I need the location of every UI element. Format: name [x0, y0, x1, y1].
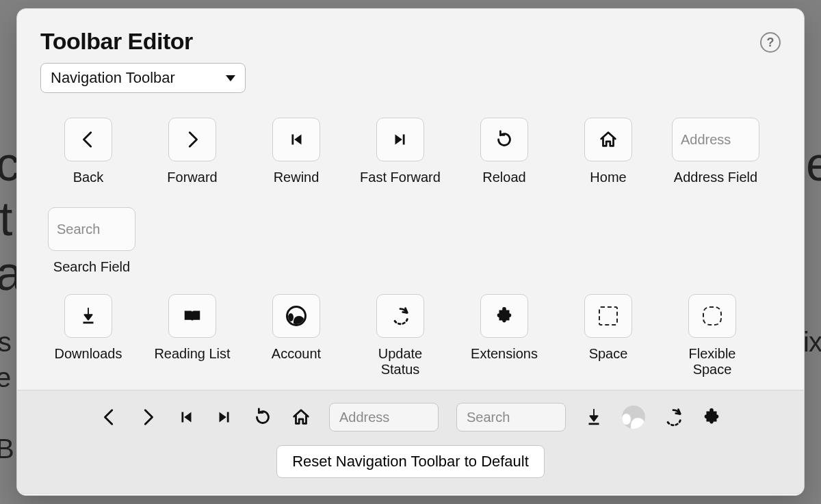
- address-field-placeholder: Address: [681, 132, 731, 148]
- preview-search-field[interactable]: Search: [456, 403, 566, 432]
- bg-letter: e: [0, 362, 10, 393]
- window-header: Toolbar Editor ?: [17, 9, 804, 57]
- search-placeholder: Search: [467, 410, 510, 425]
- palette-item-label: Back: [73, 170, 103, 185]
- toolbar-selector-row: Navigation Toolbar: [17, 57, 804, 105]
- toolbar-selector[interactable]: Navigation Toolbar: [40, 63, 246, 93]
- help-button[interactable]: ?: [760, 32, 781, 53]
- reset-toolbar-button[interactable]: Reset Navigation Toolbar to Default: [276, 445, 545, 478]
- address-placeholder: Address: [339, 410, 389, 425]
- svg-rect-11: [589, 423, 599, 425]
- svg-marker-8: [220, 412, 226, 423]
- bg-letter: 's: [0, 327, 11, 358]
- svg-marker-4: [84, 308, 92, 320]
- toolbar-preview-row: Address Search: [99, 403, 722, 432]
- item-palette: Back Forward Rewind Fast Forward: [17, 105, 804, 390]
- svg-rect-6: [181, 412, 183, 423]
- account-icon: [286, 306, 307, 326]
- page-title: Toolbar Editor: [40, 28, 193, 55]
- svg-rect-0: [291, 135, 294, 145]
- preview-forward[interactable]: [138, 407, 158, 427]
- palette-item-search-field[interactable]: Search Search Field: [47, 207, 136, 275]
- preview-address-field[interactable]: Address: [329, 403, 439, 432]
- downloads-icon: [584, 407, 604, 427]
- palette-item-label: Extensions: [471, 346, 538, 362]
- downloads-icon: [78, 306, 99, 326]
- palette-item-back[interactable]: Back: [47, 118, 129, 185]
- reading-list-icon: [182, 306, 203, 326]
- fast-forward-icon: [390, 129, 410, 150]
- home-icon: [598, 129, 618, 150]
- preview-home[interactable]: [291, 407, 311, 427]
- palette-item-label: Rewind: [274, 170, 320, 185]
- svg-rect-3: [403, 135, 405, 145]
- extensions-icon: [701, 407, 722, 427]
- search-field-tile: Search: [48, 207, 135, 251]
- chevron-down-icon: [226, 75, 235, 81]
- search-field-placeholder: Search: [57, 222, 100, 237]
- address-field-tile: Address: [672, 118, 759, 161]
- palette-item-rewind[interactable]: Rewind: [255, 118, 337, 185]
- preview-update-status[interactable]: [663, 407, 683, 427]
- palette-item-address-field[interactable]: Address Address Field: [671, 118, 760, 185]
- preview-fast-forward[interactable]: [214, 407, 235, 427]
- palette-item-label: Update Status: [359, 346, 441, 377]
- back-icon: [99, 407, 120, 427]
- preview-downloads[interactable]: [584, 407, 604, 427]
- preview-extensions[interactable]: [701, 407, 722, 427]
- forward-icon: [182, 129, 203, 150]
- svg-rect-9: [227, 412, 229, 423]
- rewind-icon: [286, 129, 307, 150]
- bg-letter: B: [0, 434, 14, 464]
- svg-rect-5: [83, 321, 94, 323]
- bg-letter: e: [806, 137, 821, 191]
- forward-icon: [138, 407, 158, 427]
- home-icon: [291, 407, 311, 427]
- extensions-icon: [494, 306, 514, 326]
- flexible-space-icon: [703, 306, 722, 326]
- palette-item-label: Search Field: [53, 259, 130, 275]
- space-icon: [599, 306, 618, 326]
- palette-row: Downloads Reading List Account Update St…: [38, 294, 783, 377]
- palette-item-label: Reading List: [154, 346, 230, 362]
- reload-icon: [252, 407, 273, 427]
- svg-marker-7: [184, 412, 191, 423]
- toolbar-selector-value: Navigation Toolbar: [51, 69, 175, 87]
- palette-item-label: Forward: [167, 170, 217, 185]
- preview-back[interactable]: [99, 407, 120, 427]
- palette-item-flexible-space[interactable]: Flexible Space: [671, 294, 753, 377]
- palette-item-home[interactable]: Home: [567, 118, 649, 185]
- window-footer: Done: [17, 493, 804, 496]
- palette-item-downloads[interactable]: Downloads: [47, 294, 129, 377]
- palette-item-update-status[interactable]: Update Status: [359, 294, 441, 377]
- palette-item-fast-forward[interactable]: Fast Forward: [359, 118, 441, 185]
- palette-item-label: Reload: [482, 170, 525, 185]
- toolbar-editor-window: Toolbar Editor ? Navigation Toolbar Back…: [16, 8, 805, 496]
- account-icon: [622, 406, 645, 429]
- palette-item-reload[interactable]: Reload: [463, 118, 545, 185]
- palette-item-forward[interactable]: Forward: [151, 118, 233, 185]
- palette-row: Back Forward Rewind Fast Forward: [38, 118, 783, 275]
- fast-forward-icon: [214, 407, 235, 427]
- palette-item-reading-list[interactable]: Reading List: [151, 294, 233, 377]
- palette-item-label: Flexible Space: [671, 346, 753, 377]
- toolbar-preview: Address Search Reset Navigation Toolbar …: [17, 390, 804, 493]
- update-status-icon: [663, 407, 683, 427]
- palette-item-label: Account: [272, 346, 321, 362]
- update-status-icon: [390, 306, 410, 326]
- svg-marker-1: [294, 135, 301, 145]
- preview-reload[interactable]: [252, 407, 273, 427]
- preview-rewind[interactable]: [176, 407, 196, 427]
- svg-marker-10: [590, 410, 597, 421]
- palette-item-extensions[interactable]: Extensions: [463, 294, 545, 377]
- palette-item-account[interactable]: Account: [255, 294, 337, 377]
- bg-letter: ix: [803, 327, 821, 358]
- preview-account[interactable]: [622, 406, 645, 429]
- svg-marker-2: [395, 135, 402, 145]
- palette-item-label: Downloads: [55, 346, 122, 362]
- back-icon: [78, 129, 99, 150]
- palette-item-label: Space: [589, 346, 628, 362]
- palette-item-label: Fast Forward: [360, 170, 441, 185]
- palette-item-space[interactable]: Space: [567, 294, 649, 377]
- reload-icon: [494, 129, 514, 150]
